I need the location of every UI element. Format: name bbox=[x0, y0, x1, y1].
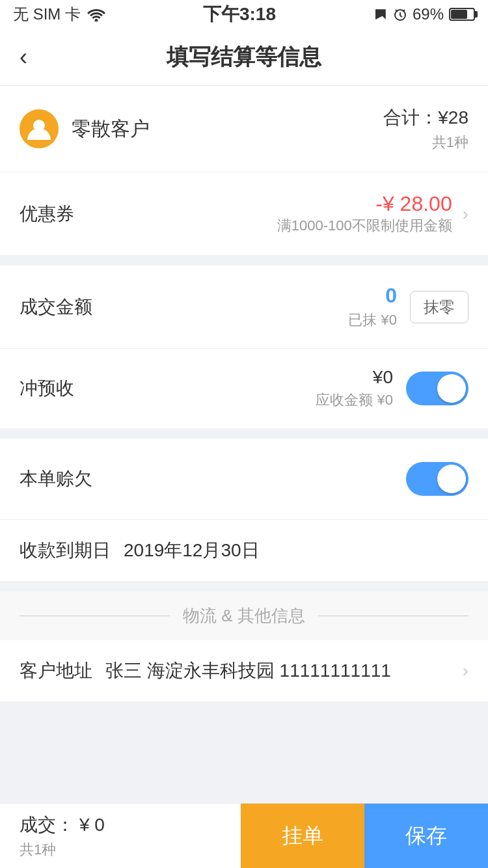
status-bar: 无 SIM 卡 下午3:18 69% bbox=[0, 0, 488, 29]
status-right: 69% bbox=[373, 5, 475, 23]
address-chevron-icon: › bbox=[463, 660, 468, 681]
coupon-row[interactable]: 优惠券 -¥ 28.00 满1000-100不限制使用金额 › bbox=[0, 172, 488, 255]
sim-status: 无 SIM 卡 bbox=[13, 4, 81, 25]
battery-icon bbox=[449, 8, 475, 21]
back-button[interactable]: ‹ bbox=[20, 44, 27, 71]
customer-section: 零散客户 合计：¥28 共1种 优惠券 -¥ 28.00 满1000-100不限… bbox=[0, 86, 488, 255]
total-amount: 合计：¥28 bbox=[383, 105, 468, 130]
trade-amount-row: 成交金额 0 已抹 ¥0 抹零 bbox=[0, 265, 488, 349]
debt-row: 本单赊欠 bbox=[0, 439, 488, 519]
customer-row: 零散客户 合计：¥28 共1种 bbox=[0, 86, 488, 172]
logistics-title: 物流 & 其他信息 bbox=[183, 604, 305, 627]
trade-section: 成交金额 0 已抹 ¥0 抹零 冲预收 ¥0 应收金额 ¥0 bbox=[0, 265, 488, 428]
bottom-trade-amount: ¥ 0 bbox=[79, 815, 105, 835]
bottom-trade-row: 成交： ¥ 0 bbox=[20, 813, 221, 837]
alarm-icon bbox=[393, 7, 407, 21]
status-left: 无 SIM 卡 bbox=[13, 4, 105, 25]
logistics-section: 物流 & 其他信息 客户地址 张三 海淀永丰科技园 11111111111 › bbox=[0, 591, 488, 701]
bottom-bar: 成交： ¥ 0 共1种 挂单 保存 bbox=[0, 803, 488, 868]
page-title: 填写结算等信息 bbox=[167, 42, 321, 72]
prepay-amount: ¥0 bbox=[373, 367, 393, 388]
due-date-label: 收款到期日 bbox=[20, 538, 111, 563]
trade-amount-label: 成交金额 bbox=[20, 295, 92, 319]
coupon-right: -¥ 28.00 满1000-100不限制使用金额 › bbox=[277, 192, 468, 236]
coupon-info: -¥ 28.00 满1000-100不限制使用金额 bbox=[277, 192, 452, 236]
address-row[interactable]: 客户地址 张三 海淀永丰科技园 11111111111 › bbox=[0, 640, 488, 701]
nav-bar: ‹ 填写结算等信息 bbox=[0, 29, 488, 86]
coupon-chevron-icon: › bbox=[463, 204, 468, 224]
address-label: 客户地址 bbox=[20, 658, 92, 683]
total-count: 共1种 bbox=[383, 133, 468, 152]
save-button[interactable]: 保存 bbox=[364, 804, 488, 868]
bottom-info: 成交： ¥ 0 共1种 bbox=[0, 804, 241, 868]
prepay-label: 冲预收 bbox=[20, 376, 74, 401]
logistics-line-right bbox=[318, 616, 468, 616]
bottom-trade-label: 成交： bbox=[20, 813, 74, 837]
trade-amount-right: 0 已抹 ¥0 抹零 bbox=[92, 284, 468, 330]
customer-avatar bbox=[20, 109, 59, 148]
logistics-line-left bbox=[20, 616, 170, 616]
coupon-discount: -¥ 28.00 bbox=[375, 192, 452, 216]
prepay-right: ¥0 应收金额 ¥0 bbox=[74, 367, 468, 410]
coupon-desc: 满1000-100不限制使用金额 bbox=[277, 216, 452, 236]
hold-button[interactable]: 挂单 bbox=[241, 804, 364, 868]
prepay-toggle-knob bbox=[437, 374, 466, 403]
customer-name: 零散客户 bbox=[72, 116, 150, 142]
prepay-row: 冲预收 ¥0 应收金额 ¥0 bbox=[0, 349, 488, 428]
content: 零散客户 合计：¥28 共1种 优惠券 -¥ 28.00 满1000-100不限… bbox=[0, 86, 488, 790]
battery-percent: 69% bbox=[413, 5, 444, 23]
svg-line-2 bbox=[400, 16, 402, 17]
trade-amount-value[interactable]: 0 bbox=[371, 284, 397, 308]
prepay-amounts: ¥0 应收金额 ¥0 bbox=[316, 367, 393, 410]
customer-left: 零散客户 bbox=[20, 109, 150, 148]
round-zero-button[interactable]: 抹零 bbox=[410, 291, 468, 323]
trade-amount-sub: 已抹 ¥0 bbox=[348, 310, 397, 330]
debt-toggle[interactable] bbox=[406, 462, 468, 496]
customer-right: 合计：¥28 共1种 bbox=[383, 105, 468, 152]
coupon-label: 优惠券 bbox=[20, 202, 74, 226]
debt-section: 本单赊欠 收款到期日 2019年12月30日 bbox=[0, 439, 488, 581]
trade-amount-values: 0 已抹 ¥0 bbox=[348, 284, 397, 330]
due-date-value[interactable]: 2019年12月30日 bbox=[124, 538, 260, 563]
prepay-sub: 应收金额 ¥0 bbox=[316, 390, 393, 410]
wifi-icon bbox=[87, 7, 105, 21]
avatar-icon bbox=[25, 115, 53, 142]
debt-label: 本单赊欠 bbox=[20, 467, 92, 491]
due-date-row: 收款到期日 2019年12月30日 bbox=[0, 519, 488, 581]
location-icon bbox=[373, 7, 388, 21]
prepay-toggle[interactable] bbox=[406, 372, 468, 405]
address-value: 张三 海淀永丰科技园 11111111111 bbox=[105, 658, 450, 683]
status-time: 下午3:18 bbox=[203, 2, 276, 27]
logistics-header: 物流 & 其他信息 bbox=[0, 591, 488, 640]
bottom-count: 共1种 bbox=[20, 840, 221, 860]
debt-toggle-knob bbox=[437, 465, 466, 493]
